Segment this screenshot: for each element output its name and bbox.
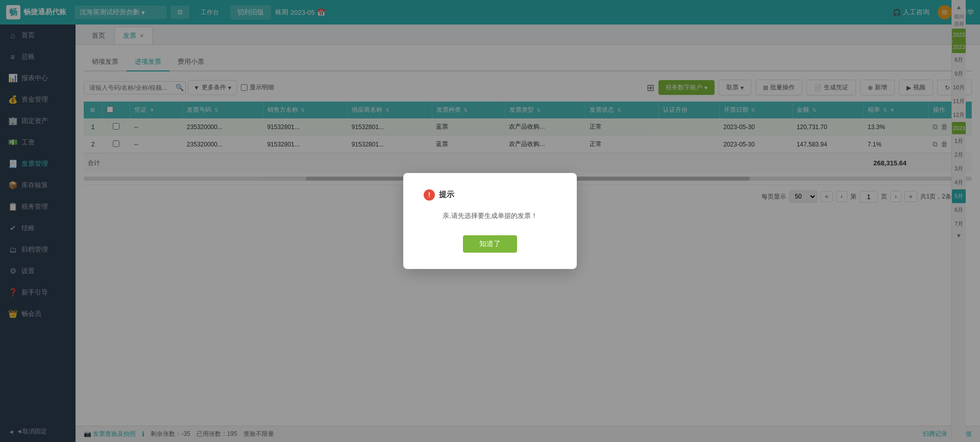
modal-dialog: ! 提示 亲,请先选择要生成单据的发票！ 知道了 <box>403 173 577 269</box>
modal-footer: 知道了 <box>424 235 556 253</box>
modal-title: 提示 <box>439 190 454 200</box>
modal-title-row: ! 提示 <box>424 189 556 201</box>
modal-body: 亲,请先选择要生成单据的发票！ <box>424 211 556 222</box>
warning-icon: ! <box>424 189 435 201</box>
modal-overlay[interactable]: ! 提示 亲,请先选择要生成单据的发票！ 知道了 <box>0 0 980 442</box>
modal-ok-button[interactable]: 知道了 <box>463 235 517 253</box>
